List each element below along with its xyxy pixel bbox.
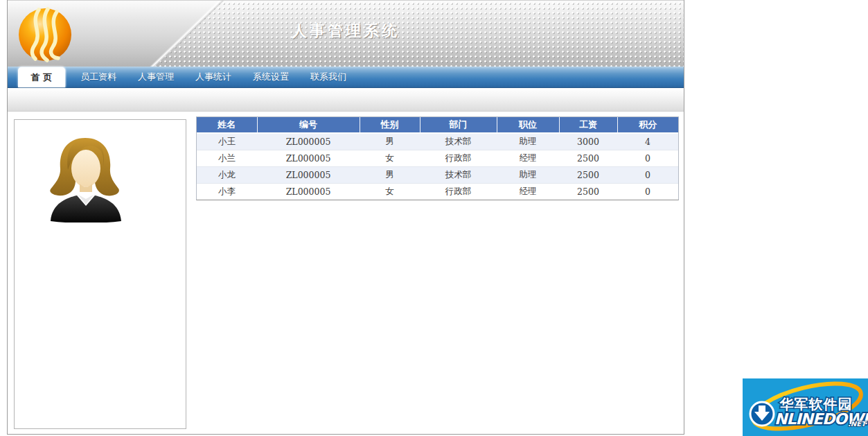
table-cell: 4 [617,133,678,150]
nav-tab-4[interactable]: 系统设置 [249,66,293,87]
table-cell: ZL000005 [257,133,360,150]
table-row[interactable]: 小兰ZL000005女行政部经理25000 [197,150,678,166]
table-cell: ZL000005 [257,166,360,183]
table-cell: 男 [360,166,420,183]
table-cell: 0 [617,150,678,166]
table-cell: 经理 [497,150,559,166]
nav-tab-2[interactable]: 人事管理 [134,66,178,87]
table-cell: 0 [617,183,678,200]
table-cell: 小龙 [197,166,257,183]
nav-tab-0[interactable]: 首 页 [18,67,65,87]
app-header: 人事管理系统 [8,0,684,67]
table-cell: 0 [617,166,678,183]
female-avatar-icon [44,132,127,223]
huajun-onlinedown-watermark-logo: 华军软件园 NLINEDOWN .NET [743,378,868,436]
employee-table-wrap: 姓名编号性别部门职位工资积分 小王ZL000005男技术部助理30004小兰ZL… [196,116,679,200]
table-cell: 技术部 [420,166,497,183]
table-row[interactable]: 小王ZL000005男技术部助理30004 [197,133,678,150]
column-header: 编号 [257,117,360,133]
profile-panel [14,119,186,429]
column-header: 姓名 [197,117,257,133]
table-row[interactable]: 小李ZL000005女行政部经理25000 [197,183,678,200]
nav-tab-5[interactable]: 联系我们 [306,66,351,87]
table-row[interactable]: 小龙ZL000005男技术部助理25000 [197,166,678,183]
table-cell: 小李 [197,183,257,200]
table-cell: 2500 [559,183,617,200]
table-cell: 男 [360,133,420,150]
employee-table-header-row: 姓名编号性别部门职位工资积分 [197,117,678,133]
nav-tab-3[interactable]: 人事统计 [191,66,236,87]
watermark-net-suffix: .NET [848,420,867,428]
column-header: 性别 [360,117,420,133]
table-cell: 行政部 [420,183,497,200]
table-cell: 小王 [197,133,257,150]
column-header: 职位 [497,117,559,133]
table-cell: 助理 [497,166,559,183]
nav-bar: 首 页员工资料人事管理人事统计系统设置联系我们 [8,67,684,88]
table-cell: 3000 [559,133,617,150]
table-cell: ZL000005 [257,183,360,200]
employee-table-body: 小王ZL000005男技术部助理30004小兰ZL000005女行政部经理250… [197,133,678,200]
nav-tab-1[interactable]: 员工资料 [76,66,121,87]
table-cell: ZL000005 [257,150,360,166]
table-cell: 2500 [559,166,617,183]
screen: { "app": { "title": "人事管理系统" }, "nav": {… [0,0,868,436]
table-cell: 技术部 [420,133,497,150]
table-cell: 女 [360,150,420,166]
table-cell: 女 [360,183,420,200]
table-cell: 助理 [497,133,559,150]
page-title: 人事管理系统 [8,21,684,42]
toolbar-strip [8,88,684,112]
table-cell: 小兰 [197,150,257,166]
table-cell: 行政部 [420,150,497,166]
table-cell: 经理 [497,183,559,200]
employee-table: 姓名编号性别部门职位工资积分 小王ZL000005男技术部助理30004小兰ZL… [197,117,678,200]
table-cell: 2500 [559,150,617,166]
column-header: 积分 [617,117,678,133]
column-header: 部门 [420,117,497,133]
main-content: 姓名编号性别部门职位工资积分 小王ZL000005男技术部助理30004小兰ZL… [8,112,684,433]
app-container: 人事管理系统 首 页员工资料人事管理人事统计系统设置联系我们 [7,0,684,435]
column-header: 工资 [559,117,617,133]
